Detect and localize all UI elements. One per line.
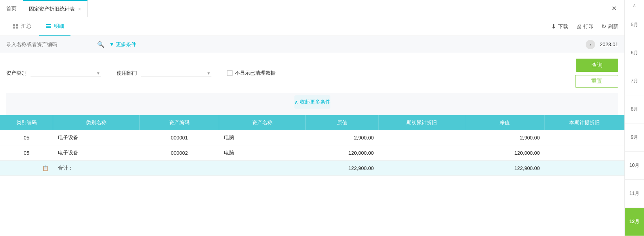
total-label: 合计：	[53, 161, 306, 176]
search-icon: 🔍	[97, 41, 105, 48]
summary-icon	[13, 23, 19, 29]
cell-asset-name: 电脑	[219, 130, 306, 145]
close-tab-icon[interactable]: ×	[78, 6, 81, 12]
tab-summary[interactable]: 汇总	[6, 17, 38, 36]
table-header-row: 类别编码 类别名称 资产编码 资产名称 原值 期初累计折旧 净值 本期计提折旧	[0, 115, 624, 130]
download-icon: ⬇	[551, 23, 556, 30]
right-sidebar: ∧ 5月 6月 7月 8月 9月 10月 11月 12月	[624, 0, 644, 236]
asset-type-label: 资产类别	[6, 70, 27, 77]
nav-home[interactable]: 首页	[0, 0, 23, 17]
cell-category-name: 电子设备	[53, 145, 140, 161]
download-label: 下载	[558, 23, 568, 30]
col-category-name: 类别名称	[53, 115, 140, 130]
print-label: 打印	[583, 23, 593, 30]
asset-type-field: 资产类别 ▼	[6, 69, 101, 77]
total-current-depreciation	[545, 161, 624, 176]
total-net-value: 122,900.00	[465, 161, 545, 176]
department-select[interactable]	[141, 69, 211, 77]
svg-rect-6	[46, 27, 51, 28]
table-container: 类别编码 类别名称 资产编码 资产名称 原值 期初累计折旧 净值 本期计提折旧 …	[0, 115, 624, 236]
col-original-value: 原值	[305, 115, 379, 130]
query-button[interactable]: 查询	[576, 59, 618, 72]
nav-arrow-right[interactable]: ›	[586, 40, 595, 49]
total-original-value: 122,900.00	[305, 161, 379, 176]
col-asset-code: 资产编码	[139, 115, 219, 130]
download-button[interactable]: ⬇ 下载	[551, 23, 568, 30]
department-label: 使用部门	[117, 70, 137, 77]
cell-asset-code: 000001	[139, 130, 219, 145]
cell-category-code: 05	[0, 130, 53, 145]
refresh-icon: ↻	[601, 23, 606, 30]
tab-label: 固定资产折旧统计表	[29, 5, 75, 13]
scroll-up-button[interactable]: ∧	[625, 0, 644, 11]
table-row: 05 电子设备 000001 电脑 2,900.00 2,900.00	[0, 130, 624, 145]
reset-button[interactable]: 重置	[575, 75, 618, 88]
filter-icon: ▼	[109, 41, 114, 47]
month-6[interactable]: 6月	[625, 39, 644, 67]
filter-actions: 查询 重置	[575, 59, 618, 88]
svg-rect-5	[46, 26, 51, 27]
svg-rect-1	[16, 24, 18, 26]
cell-net-value: 2,900.00	[465, 130, 545, 145]
detail-icon	[45, 23, 52, 29]
collapse-bar[interactable]: ∧ 收起更多条件	[294, 95, 330, 109]
month-12[interactable]: 12月	[625, 208, 644, 236]
month-7[interactable]: 7月	[625, 67, 644, 95]
date-badge: 2023.01	[600, 41, 618, 47]
top-nav: 首页 固定资产折旧统计表 × ✕	[0, 0, 624, 17]
svg-rect-0	[13, 24, 15, 26]
print-button[interactable]: 🖨 打印	[576, 23, 593, 30]
data-table: 类别编码 类别名称 资产编码 资产名称 原值 期初累计折旧 净值 本期计提折旧 …	[0, 115, 624, 176]
collapse-up-icon: ∧	[294, 99, 298, 105]
col-net-value: 净值	[465, 115, 545, 130]
col-current-depreciation: 本期计提折旧	[545, 115, 624, 130]
svg-rect-2	[13, 27, 15, 29]
no-cleared-checkbox[interactable]	[227, 70, 233, 76]
asset-type-select[interactable]	[31, 69, 101, 77]
cell-accumulated-depreciation	[379, 145, 465, 161]
svg-rect-3	[16, 27, 18, 29]
month-9[interactable]: 9月	[625, 123, 644, 152]
no-cleared-field: 不显示已清理数据	[227, 70, 276, 77]
close-window-button[interactable]: ✕	[604, 5, 624, 12]
cell-category-code: 05	[0, 145, 53, 161]
cell-original-value: 2,900.00	[305, 130, 379, 145]
svg-rect-4	[46, 24, 51, 25]
cell-asset-name: 电脑	[219, 145, 306, 161]
cell-accumulated-depreciation	[379, 130, 465, 145]
refresh-button[interactable]: ↻ 刷新	[601, 23, 618, 30]
cell-asset-code: 000002	[139, 145, 219, 161]
refresh-label: 刷新	[608, 23, 618, 30]
tab-summary-label: 汇总	[21, 23, 31, 30]
filter-more-button[interactable]: ▼ 更多条件	[109, 41, 136, 48]
month-11[interactable]: 11月	[625, 180, 644, 208]
nav-tab-fixed-assets[interactable]: 固定资产折旧统计表 ×	[23, 0, 88, 17]
col-category-code: 类别编码	[0, 115, 53, 130]
tab-detail[interactable]: 明细	[39, 17, 70, 36]
total-accumulated-depreciation	[379, 161, 465, 176]
cell-current-depreciation	[545, 145, 624, 161]
filter-more-label: 更多条件	[116, 41, 136, 48]
month-10[interactable]: 10月	[625, 152, 644, 180]
toolbar: 汇总 明细 ⬇ 下载 🖨 打印 ↻ 刷新	[0, 17, 624, 36]
search-input[interactable]	[6, 41, 92, 47]
cell-original-value: 120,000.00	[305, 145, 379, 161]
tab-detail-label: 明细	[54, 23, 64, 30]
col-accumulated-depreciation: 期初累计折旧	[379, 115, 465, 130]
no-cleared-label: 不显示已清理数据	[235, 70, 276, 77]
month-5[interactable]: 5月	[625, 11, 644, 39]
search-bar: 🔍 ▼ 更多条件 › 2023.01	[0, 36, 624, 53]
col-asset-name: 资产名称	[219, 115, 306, 130]
filters-row: 资产类别 ▼ 使用部门 ▼ 不显示已清理数	[6, 59, 618, 88]
print-icon: 🖨	[576, 23, 582, 30]
table-total-row: 📋 合计： 122,900.00 122,900.00	[0, 161, 624, 176]
collapse-label: 收起更多条件	[300, 98, 330, 105]
cell-category-name: 电子设备	[53, 130, 140, 145]
cell-net-value: 120,000.00	[465, 145, 545, 161]
department-field: 使用部门 ▼	[117, 69, 211, 77]
filters-area: 资产类别 ▼ 使用部门 ▼ 不显示已清理数	[0, 53, 624, 115]
month-8[interactable]: 8月	[625, 95, 644, 123]
collapse-wrapper: ∧ 收起更多条件	[6, 93, 618, 115]
total-icon: 📋	[0, 161, 53, 176]
toolbar-actions: ⬇ 下载 🖨 打印 ↻ 刷新	[551, 23, 618, 30]
